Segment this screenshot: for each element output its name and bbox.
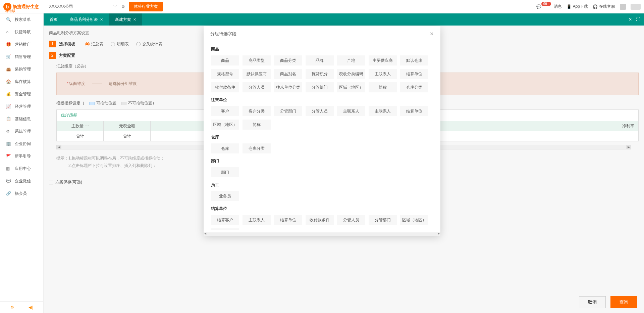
field-chip[interactable]: 结算客户 (211, 215, 239, 225)
field-chip[interactable]: 拣货积分 (306, 69, 334, 79)
field-chip[interactable]: 简称 (243, 120, 271, 130)
field-chip[interactable]: 分管人员 (306, 106, 334, 116)
cancel-button[interactable]: 取消 (579, 296, 606, 308)
field-chip[interactable]: 商品类型 (243, 55, 271, 65)
collapse-icon[interactable]: ◀| (29, 305, 33, 310)
logo: b 畅捷通好生意 标准版 (3, 3, 39, 11)
field-chip[interactable]: 分管人员 (243, 82, 271, 92)
field-chip[interactable]: 客户 (211, 106, 239, 116)
sidebar-label: 采购管理 (15, 66, 31, 72)
sidebar-item-purchase[interactable]: 👜采购管理 (0, 63, 43, 76)
save-checkbox[interactable] (49, 180, 53, 184)
radio-summary[interactable]: 汇总表 (85, 41, 103, 47)
field-chip[interactable]: 产地 (337, 55, 365, 65)
company-selector[interactable]: XXXXXX公司 ﹀ (49, 4, 117, 9)
tab-profit-analysis[interactable]: 商品毛利分析表✕ (64, 13, 109, 26)
close-all-icon[interactable]: ✕ (629, 17, 632, 22)
field-chip[interactable]: 主联系人 (337, 106, 365, 116)
field-chip[interactable]: 仓库 (211, 143, 239, 153)
field-chip[interactable]: 规格型号 (211, 69, 239, 79)
user-menu[interactable] (631, 4, 641, 10)
close-icon[interactable]: ✕ (100, 17, 103, 22)
scroll-right-icon[interactable]: ▶ (626, 145, 631, 149)
tab-new-scheme[interactable]: 新建方案✕ (109, 13, 142, 26)
field-chip[interactable]: 结算单位 (400, 106, 428, 116)
try-industry-button[interactable]: 体验行业方案 (129, 2, 163, 11)
field-chip[interactable]: 商品别名 (274, 69, 302, 79)
app-download-button[interactable]: 📱 App下载 (567, 4, 588, 9)
close-icon[interactable]: ✕ (133, 17, 136, 22)
field-chip[interactable]: 商品分类 (274, 55, 302, 65)
sidebar-item-inventory[interactable]: 🏠库存核算 (0, 76, 43, 88)
fullscreen-icon[interactable]: ⛶ (636, 17, 640, 22)
sidebar-item-sales[interactable]: 🛒销售管理 (0, 51, 43, 63)
field-chip[interactable]: 往来单位分类 (274, 82, 302, 92)
field-chip[interactable]: 区域（地区） (400, 215, 428, 225)
field-chip-row: 商品商品类型商品分类品牌产地主要供应商默认仓库规格型号默认供应商商品别名拣货积分… (211, 55, 433, 92)
building-icon: 🏢 (6, 141, 11, 147)
sidebar-item-appcenter[interactable]: ▦应用中心 (0, 163, 43, 175)
field-chip[interactable]: 分管部门 (306, 82, 334, 92)
col-no-tax[interactable]: 无税金额 (104, 121, 151, 131)
field-chip[interactable]: 区域（地区） (337, 82, 365, 92)
field-chip[interactable]: 简称 (211, 228, 239, 230)
bag-icon: 👜 (6, 67, 11, 72)
field-chip[interactable]: 主联系人 (369, 69, 397, 79)
field-chip[interactable]: 结算单位 (400, 69, 428, 79)
field-chip[interactable]: 主联系人 (243, 215, 271, 225)
settings-icon[interactable]: ⚙ (10, 305, 14, 310)
field-chip[interactable]: 业务员 (211, 191, 239, 201)
modal-horizontal-scrollbar[interactable] (204, 232, 440, 236)
field-chip[interactable]: 简称 (369, 82, 397, 92)
sum-cell (618, 131, 638, 141)
field-chip[interactable]: 分管部门 (369, 215, 397, 225)
sidebar-item-search[interactable]: 🔍搜索菜单 (0, 13, 43, 26)
sidebar-item-system[interactable]: ⚙系统管理 (0, 125, 43, 138)
sidebar-item-business[interactable]: 📈经营管理 (0, 100, 43, 113)
sidebar-item-basic[interactable]: 📋基础信息 (0, 113, 43, 125)
sidebar-item-collab[interactable]: 🏢企业协同 (0, 138, 43, 150)
tab-home[interactable]: 首页 (44, 13, 64, 26)
legend-draggable: 可拖动位置 (89, 100, 116, 106)
close-icon[interactable]: ✕ (430, 31, 434, 37)
sidebar-item-member[interactable]: 🔗畅会员 (0, 187, 43, 200)
sidebar-item-guide[interactable]: 🚩新手引导 (0, 150, 43, 163)
field-chip[interactable]: 税收分类编码 (337, 69, 365, 79)
home-icon: ⌂ (6, 30, 11, 35)
field-chip[interactable]: 部门 (211, 167, 239, 177)
field-chip[interactable]: 分管部门 (274, 106, 302, 116)
radio-cross[interactable]: 交叉统计表 (136, 41, 162, 47)
col-net-rate[interactable]: 净利率 (618, 121, 638, 131)
dim-placeholder[interactable]: 请选择分组维度 (109, 81, 137, 87)
query-button[interactable]: 查询 (610, 296, 637, 308)
sidebar-item-wechat[interactable]: 💬企业微信 (0, 175, 43, 187)
field-chip[interactable]: 默认仓库 (400, 55, 428, 65)
sidebar-item-finance[interactable]: 💰资金管理 (0, 88, 43, 100)
scroll-left-icon[interactable]: ◀ (57, 145, 61, 149)
field-chip[interactable]: 仓库分类 (243, 143, 271, 153)
sidebar-item-quicknav[interactable]: ⌂快捷导航 (0, 26, 43, 38)
field-group-title: 部门 (211, 158, 433, 164)
sidebar-item-marketing[interactable]: 🎁营销推广 (0, 38, 43, 51)
field-chip[interactable]: 主要供应商 (369, 55, 397, 65)
messages-label: 消息 (554, 4, 562, 9)
gear-icon[interactable]: ⚙ (121, 4, 125, 9)
field-chip[interactable]: 主联系人 (369, 106, 397, 116)
messages-button[interactable]: 💬 99+ 消息 (536, 4, 562, 9)
field-chip[interactable]: 商品 (211, 55, 239, 65)
field-chip[interactable]: 收付款条件 (211, 82, 239, 92)
online-service-button[interactable]: 🎧 在线客服 (593, 4, 615, 9)
field-chip[interactable]: 客户分类 (243, 106, 271, 116)
field-chip[interactable]: 仓库分类 (400, 82, 428, 92)
field-chip[interactable]: 结算单位 (274, 215, 302, 225)
col-main-qty[interactable]: 主数量﹀ (57, 121, 104, 131)
field-chip[interactable]: 分管人员 (337, 215, 365, 225)
radio-detail[interactable]: 明细表 (111, 41, 129, 47)
avatar-icon[interactable] (620, 4, 626, 10)
wechat-icon: 💬 (6, 179, 11, 184)
field-chip-row: 结算客户主联系人结算单位收付款条件分管人员分管部门区域（地区）简称 (211, 215, 433, 230)
field-chip[interactable]: 区域（地区） (211, 120, 239, 130)
field-chip[interactable]: 品牌 (306, 55, 334, 65)
field-chip[interactable]: 收付款条件 (306, 215, 334, 225)
field-chip[interactable]: 默认供应商 (243, 69, 271, 79)
